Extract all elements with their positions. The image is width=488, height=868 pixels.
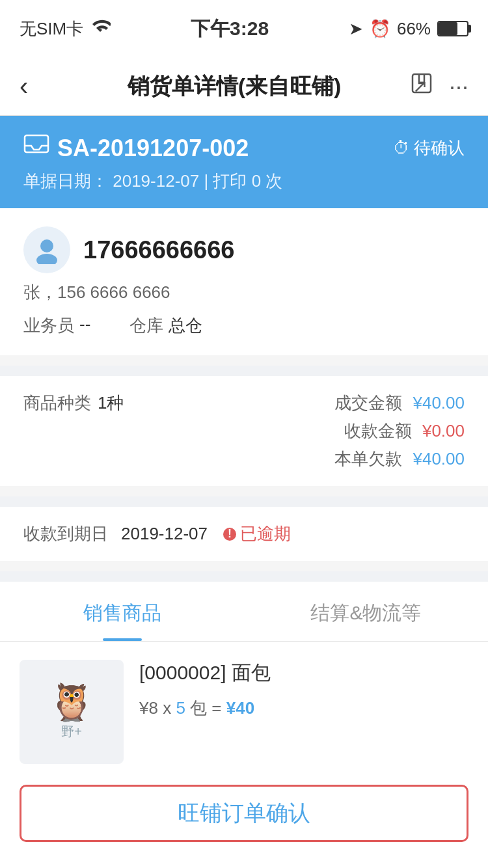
order-date: 单据日期： 2019-12-07 | 打印 0 次	[23, 170, 465, 193]
wifi-icon	[90, 19, 111, 39]
customer-name: 张，156 6666 6666	[23, 281, 465, 304]
page-title: 销货单详情(来自旺铺)	[128, 72, 342, 102]
thumb-text: 野+	[61, 723, 82, 740]
balance-amount: 本单欠款 ¥40.00	[334, 448, 465, 470]
divider-1	[0, 366, 488, 376]
thumb-inner: 🦉 野+	[49, 684, 94, 740]
order-inbox-icon	[23, 134, 49, 162]
summary-left: 商品种类 1种	[23, 392, 124, 414]
tabs-section: 销售商品 结算&物流等 🦉 野+ [0000002] 面包 ¥8 x	[0, 582, 488, 782]
transaction-amount: 成交金额 ¥40.00	[334, 392, 465, 414]
payment-amount: 收款金额 ¥0.00	[344, 420, 465, 442]
battery-icon	[437, 21, 468, 36]
svg-text:↗: ↗	[413, 76, 427, 95]
owl-icon: 🦉	[49, 684, 94, 720]
back-button[interactable]: ‹	[20, 72, 59, 101]
tabs-header: 销售商品 结算&物流等	[0, 582, 488, 642]
status-right: ➤ ⏰ 66%	[349, 19, 468, 39]
warehouse-label: 仓库	[129, 314, 163, 337]
alarm-icon: ⏰	[370, 19, 390, 39]
product-item: 🦉 野+ [0000002] 面包 ¥8 x 5 包 = ¥40	[20, 660, 468, 764]
product-price: ¥8 x 5 包 = ¥40	[139, 697, 468, 720]
status-time: 下午3:28	[191, 16, 269, 42]
due-section: 收款到期日 2019-12-07 ! 已逾期	[0, 507, 488, 561]
status-left: 无SIM卡	[20, 18, 111, 40]
product-name: [0000002] 面包	[139, 660, 468, 686]
more-button[interactable]: ···	[449, 73, 468, 100]
svg-point-5	[36, 254, 57, 264]
order-header: SA-20191207-002 ⏱ 待确认 单据日期： 2019-12-07 |…	[0, 116, 488, 208]
warehouse-info: 仓库 总仓	[129, 314, 202, 337]
overdue-icon: !	[223, 528, 236, 541]
warehouse-value: 总仓	[169, 314, 202, 337]
clock-icon: ⏱	[393, 138, 410, 158]
customer-top: 17666666666	[23, 226, 465, 273]
svg-point-4	[40, 239, 53, 252]
customer-section: 17666666666 张，156 6666 6666 业务员 -- 仓库 总仓	[0, 208, 488, 355]
due-date: 2019-12-07	[121, 524, 208, 544]
avatar	[23, 226, 70, 273]
overdue-label: 已逾期	[240, 522, 291, 545]
overdue-badge: ! 已逾期	[223, 522, 291, 545]
signal-text: 无SIM卡	[20, 18, 83, 40]
customer-phone: 17666666666	[83, 236, 234, 264]
confirm-order-button[interactable]: 旺铺订单确认	[20, 785, 468, 842]
location-icon: ➤	[349, 19, 363, 39]
order-status: ⏱ 待确认	[393, 137, 465, 159]
share-button[interactable]: ↗	[410, 72, 433, 101]
tab-settlement[interactable]: 结算&物流等	[244, 582, 488, 641]
summary-right: 成交金额 ¥40.00 收款金额 ¥0.00 本单欠款 ¥40.00	[334, 392, 465, 470]
header-top: SA-20191207-002 ⏱ 待确认	[23, 134, 465, 162]
customer-meta: 业务员 -- 仓库 总仓	[23, 314, 465, 337]
salesman-label: 业务员	[23, 314, 74, 337]
product-list: 🦉 野+ [0000002] 面包 ¥8 x 5 包 = ¥40	[0, 642, 488, 782]
order-number: SA-20191207-002	[23, 134, 249, 162]
product-info: [0000002] 面包 ¥8 x 5 包 = ¥40	[139, 660, 468, 720]
salesman-value: --	[79, 314, 90, 337]
divider-3	[0, 571, 488, 582]
status-bar: 无SIM卡 下午3:28 ➤ ⏰ 66%	[0, 0, 488, 57]
nav-bar: ‹ 销货单详情(来自旺铺) ↗ ···	[0, 57, 488, 116]
tab-sales-product[interactable]: 销售商品	[0, 582, 244, 641]
battery-percent: 66%	[397, 19, 431, 39]
due-label: 收款到期日	[23, 522, 108, 545]
product-thumbnail: 🦉 野+	[20, 660, 124, 764]
divider-2	[0, 496, 488, 507]
bottom-bar: 旺铺订单确认	[0, 772, 488, 868]
nav-actions: ↗ ···	[410, 72, 468, 101]
kinds-info: 商品种类 1种	[23, 392, 124, 414]
summary-section: 商品种类 1种 成交金额 ¥40.00 收款金额 ¥0.00 本单欠款 ¥40.…	[0, 376, 488, 486]
salesman-info: 业务员 --	[23, 314, 90, 337]
